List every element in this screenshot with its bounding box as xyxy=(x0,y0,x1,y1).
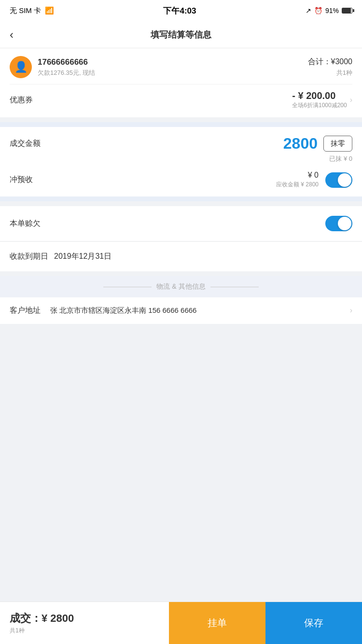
bottom-count: 共1种 xyxy=(10,627,159,635)
bottom-total-label: 成交： xyxy=(10,612,42,624)
due-value: 2019年12月31日 xyxy=(54,252,111,262)
avatar: 👤 xyxy=(10,56,32,78)
address-section[interactable]: 客户地址 张 北京市市辖区海淀区永丰南 156 6666 6666 › xyxy=(0,297,362,324)
bottom-bar: 成交：¥ 2800 共1种 挂单 保存 xyxy=(0,602,362,644)
logistics-separator: 物流 & 其他信息 xyxy=(0,276,362,297)
amount-row: 成交金额 2800 抹零 xyxy=(10,135,352,153)
customer-total: 合计：¥3000 共1种 xyxy=(308,57,353,77)
alarm-icon: ⏰ xyxy=(314,7,322,14)
debt-toggle-knob xyxy=(338,217,351,230)
bottom-total-amount: ¥ 2800 xyxy=(42,612,74,624)
customer-phone: 17666666666 xyxy=(38,57,95,67)
status-bar: 无 SIM 卡 📶 下午4:03 ↗ ⏰ 91% xyxy=(0,0,362,21)
prereceive-values: ¥ 0 应收金额 ¥ 2800 xyxy=(276,171,319,189)
total-count: 共1种 xyxy=(308,69,353,77)
due-date-section: 收款到期日 2019年12月31日 xyxy=(0,241,362,271)
battery-text: 91% xyxy=(325,7,339,14)
status-time: 下午4:03 xyxy=(163,5,196,16)
customer-sub: 欠款1276.35元, 现结 xyxy=(38,69,95,77)
amount-right: 2800 抹零 xyxy=(283,135,352,153)
debt-section: 本单赊欠 xyxy=(0,206,362,241)
customer-section: 👤 17666666666 欠款1276.35元, 现结 合计：¥3000 共1… xyxy=(0,48,362,117)
address-label: 客户地址 xyxy=(10,306,41,316)
total-amount: 合计：¥3000 xyxy=(308,57,353,67)
status-left: 无 SIM 卡 📶 xyxy=(10,6,54,15)
due-label: 收款到期日 xyxy=(10,252,48,262)
page-title: 填写结算等信息 xyxy=(151,29,211,41)
amount-sub: 已抹 ¥ 0 xyxy=(10,154,352,163)
address-chevron-icon: › xyxy=(350,306,352,315)
prereceive-row: 冲预收 ¥ 0 应收金额 ¥ 2800 xyxy=(10,171,352,189)
prereceive-amount: ¥ 0 xyxy=(276,171,319,180)
toggle-knob xyxy=(338,173,351,187)
logistics-label: 物流 & 其他信息 xyxy=(156,282,205,291)
blue-separator-2 xyxy=(0,196,362,201)
coupon-label: 优惠券 xyxy=(10,95,33,105)
avatar-icon: 👤 xyxy=(14,61,28,73)
prereceive-right: ¥ 0 应收金额 ¥ 2800 xyxy=(276,171,352,189)
battery-icon xyxy=(342,8,352,14)
amount-value: 2800 xyxy=(283,135,318,153)
coupon-desc: 全场6折满1000减200 xyxy=(292,101,347,110)
amount-label: 成交金额 xyxy=(10,139,41,149)
customer-row: 👤 17666666666 欠款1276.35元, 现结 合计：¥3000 共1… xyxy=(10,56,352,78)
prereceive-toggle[interactable] xyxy=(325,172,352,188)
wifi-icon: 📶 xyxy=(45,6,54,15)
coupon-row[interactable]: 优惠券 - ¥ 200.00 全场6折满1000减200 › xyxy=(10,90,352,110)
customer-info: 👤 17666666666 欠款1276.35元, 现结 xyxy=(10,56,95,78)
bottom-summary: 成交：¥ 2800 共1种 xyxy=(0,611,169,635)
save-button[interactable]: 保存 xyxy=(265,602,362,644)
nav-bar: ‹ 填写结算等信息 xyxy=(0,21,362,48)
prereceive-label: 冲预收 xyxy=(10,175,33,185)
amount-section: 成交金额 2800 抹零 已抹 ¥ 0 冲预收 ¥ 0 应收金额 ¥ 2800 xyxy=(0,127,362,196)
divider xyxy=(10,84,352,84)
debt-toggle[interactable] xyxy=(325,216,352,231)
right-line xyxy=(210,287,259,287)
hang-button[interactable]: 挂单 xyxy=(169,602,265,644)
no-sim-text: 无 SIM 卡 xyxy=(10,6,41,15)
blue-separator xyxy=(0,122,362,127)
round-button[interactable]: 抹零 xyxy=(323,136,352,152)
back-button[interactable]: ‹ xyxy=(10,28,14,42)
location-icon: ↗ xyxy=(306,7,311,14)
status-right: ↗ ⏰ 91% xyxy=(306,7,352,14)
address-value: 张 北京市市辖区海淀区永丰南 156 6666 6666 xyxy=(50,305,350,316)
customer-details: 17666666666 欠款1276.35元, 现结 xyxy=(38,57,95,77)
coupon-discount: - ¥ 200.00 xyxy=(292,90,347,101)
logistics-text: 物流 & 其他信息 xyxy=(103,282,258,291)
prereceive-sub: 应收金额 ¥ 2800 xyxy=(276,181,319,189)
debt-label: 本单赊欠 xyxy=(10,219,41,229)
gray-bottom xyxy=(0,324,362,382)
left-line xyxy=(103,287,152,287)
coupon-right: - ¥ 200.00 全场6折满1000减200 › xyxy=(292,90,352,110)
content: 👤 17666666666 欠款1276.35元, 现结 合计：¥3000 共1… xyxy=(0,48,362,430)
bottom-total-row: 成交：¥ 2800 xyxy=(10,611,159,626)
coupon-values: - ¥ 200.00 全场6折满1000减200 xyxy=(292,90,347,110)
chevron-right-icon: › xyxy=(350,96,352,104)
